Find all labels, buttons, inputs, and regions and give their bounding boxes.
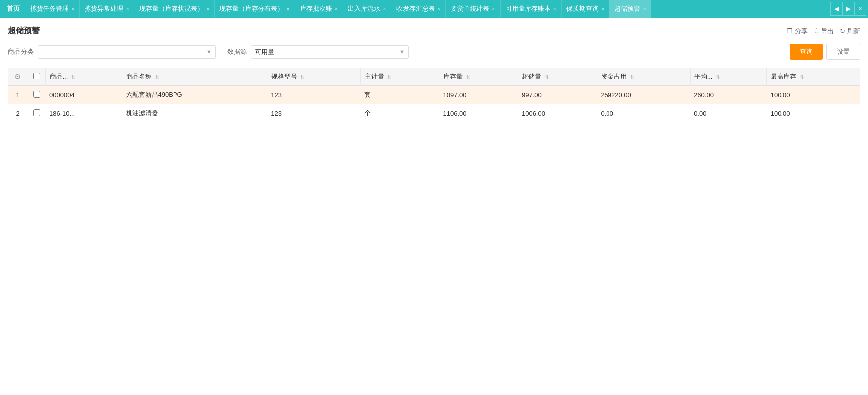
row-stock: 1106.00 — [439, 104, 518, 122]
table-row: 1 0000004 六配套新昌490BPG 123 套 1097.00 997.… — [8, 86, 860, 104]
refresh-button[interactable]: ↻ 刷新 — [840, 27, 860, 36]
settings-button[interactable]: 设置 — [826, 44, 860, 60]
export-icon: ⇩ — [814, 27, 819, 35]
nav-order-statistics[interactable]: 要货单统计表 × — [446, 0, 500, 18]
datasource-filter-label: 数据源 — [227, 47, 247, 56]
row-avg: 260.00 — [690, 86, 767, 104]
category-select[interactable] — [38, 45, 216, 59]
row-avg: 0.00 — [690, 104, 767, 122]
column-max-stock: 最高库存 ⇅ — [767, 68, 860, 86]
row-index: 2 — [8, 104, 28, 122]
nav-packing-task[interactable]: 拣货任务管理 × — [25, 0, 80, 18]
nav-prev-button[interactable]: ◀ — [830, 2, 842, 16]
close-icon[interactable]: × — [601, 6, 604, 12]
nav-stock-status[interactable]: 现存量（库存状况表） × — [134, 0, 215, 18]
category-filter-group: 商品分类 ▼ — [8, 45, 216, 59]
nav-home[interactable]: 首页 — [2, 0, 25, 18]
column-product-code: 商品... ⇅ — [45, 68, 122, 86]
filter-row: 商品分类 ▼ 数据源 可用量 ▼ 查询 设置 — [8, 44, 860, 60]
row-checkbox[interactable] — [33, 91, 40, 98]
close-icon[interactable]: × — [286, 6, 289, 12]
column-avg: 平均... ⇅ — [690, 68, 767, 86]
category-select-wrapper: ▼ — [38, 45, 216, 59]
column-checkbox — [28, 68, 45, 86]
close-icon[interactable]: × — [206, 6, 209, 12]
nav-packing-exception[interactable]: 拣货异常处理 × — [80, 0, 134, 18]
table-body: 1 0000004 六配套新昌490BPG 123 套 1097.00 997.… — [8, 86, 860, 122]
gear-icon[interactable]: ⚙ — [14, 72, 21, 80]
sort-icon[interactable]: ⇅ — [800, 74, 804, 79]
sort-icon[interactable]: ⇅ — [466, 74, 470, 79]
select-all-checkbox[interactable] — [33, 73, 40, 79]
filter-buttons: 查询 设置 — [790, 44, 860, 60]
column-unit: 主计量 ⇅ — [360, 68, 439, 86]
header-actions: ❐ 分享 ⇩ 导出 ↻ 刷新 — [787, 27, 860, 36]
sort-icon[interactable]: ⇅ — [71, 74, 75, 79]
sort-icon[interactable]: ⇅ — [545, 74, 549, 79]
sort-icon[interactable]: ⇅ — [300, 74, 304, 79]
query-button[interactable]: 查询 — [790, 44, 823, 60]
row-max-stock: 100.00 — [767, 86, 860, 104]
close-icon[interactable]: × — [71, 6, 74, 12]
close-icon[interactable]: × — [643, 6, 646, 12]
nav-shelf-life[interactable]: 保质期查询 × — [562, 0, 609, 18]
close-icon[interactable]: × — [553, 6, 556, 12]
datasource-select-wrapper: 可用量 ▼ — [251, 45, 409, 59]
nav-close-all-button[interactable]: × — [854, 2, 866, 16]
table-header: ⚙ 商品... ⇅ 商品名称 ⇅ 规格型号 ⇅ 主计量 — [8, 68, 860, 86]
page-header: 超储预警 ❐ 分享 ⇩ 导出 ↻ 刷新 — [8, 26, 860, 36]
nav-overstock-warning[interactable]: 超储预警 × — [609, 0, 651, 18]
column-spec: 规格型号 ⇅ — [267, 68, 360, 86]
column-stock: 库存量 ⇅ — [439, 68, 518, 86]
row-checkbox-cell — [28, 86, 45, 104]
row-checkbox-cell — [28, 104, 45, 122]
close-icon[interactable]: × — [126, 6, 129, 12]
top-navigation: 首页 拣货任务管理 × 拣货异常处理 × 现存量（库存状况表） × 现存量（库存… — [0, 0, 868, 18]
share-button[interactable]: ❐ 分享 — [787, 27, 808, 36]
datasource-select[interactable]: 可用量 — [251, 45, 409, 59]
close-icon[interactable]: × — [335, 6, 338, 12]
nav-arrows: ◀ ▶ × — [830, 2, 866, 16]
nav-inout-flow[interactable]: 出入库流水 × — [343, 0, 391, 18]
column-capital: 资金占用 ⇅ — [597, 68, 690, 86]
row-capital: 0.00 — [597, 104, 690, 122]
row-stock: 1097.00 — [439, 86, 518, 104]
nav-batch-ledger[interactable]: 库存批次账 × — [295, 0, 343, 18]
row-spec: 123 — [267, 104, 360, 122]
column-gear: ⚙ — [8, 68, 28, 86]
row-product-code: 0000004 — [45, 86, 122, 104]
page-content: 超储预警 ❐ 分享 ⇩ 导出 ↻ 刷新 商品分类 ▼ — [0, 18, 868, 395]
sort-icon[interactable]: ⇅ — [155, 74, 159, 79]
nav-available-ledger[interactable]: 可用量库存账本 × — [501, 0, 562, 18]
sort-icon[interactable]: ⇅ — [716, 74, 720, 79]
row-product-code: 186-10... — [45, 104, 122, 122]
row-index: 1 — [8, 86, 28, 104]
row-product-name: 六配套新昌490BPG — [122, 86, 267, 104]
nav-stock-distribution[interactable]: 现存量（库存分布表） × — [215, 0, 295, 18]
row-checkbox[interactable] — [33, 109, 40, 116]
row-capital: 259220.00 — [597, 86, 690, 104]
nav-recv-send-summary[interactable]: 收发存汇总表 × — [391, 0, 446, 18]
close-icon[interactable]: × — [437, 6, 440, 12]
sort-icon[interactable]: ⇅ — [630, 74, 634, 79]
column-overstock: 超储量 ⇅ — [518, 68, 597, 86]
nav-next-button[interactable]: ▶ — [842, 2, 854, 16]
refresh-icon: ↻ — [840, 27, 845, 35]
row-overstock: 1006.00 — [518, 104, 597, 122]
sort-icon[interactable]: ⇅ — [387, 74, 391, 79]
close-icon[interactable]: × — [492, 6, 495, 12]
column-product-name: 商品名称 ⇅ — [122, 68, 267, 86]
row-overstock: 997.00 — [518, 86, 597, 104]
row-unit: 套 — [360, 86, 439, 104]
row-spec: 123 — [267, 86, 360, 104]
row-max-stock: 100.00 — [767, 104, 860, 122]
close-icon[interactable]: × — [383, 6, 386, 12]
share-icon: ❐ — [787, 27, 793, 35]
datasource-filter-group: 数据源 可用量 ▼ — [227, 45, 409, 59]
table-row: 2 186-10... 机油滤清器 123 个 1106.00 1006.00 … — [8, 104, 860, 122]
row-unit: 个 — [360, 104, 439, 122]
page-title: 超储预警 — [8, 26, 40, 36]
row-product-name: 机油滤清器 — [122, 104, 267, 122]
category-filter-label: 商品分类 — [8, 47, 34, 56]
export-button[interactable]: ⇩ 导出 — [814, 27, 834, 36]
